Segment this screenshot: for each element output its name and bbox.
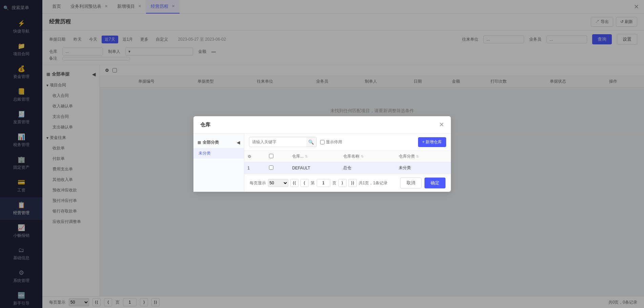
gear-icon[interactable]: ⚙	[248, 154, 251, 159]
page-label: 第	[311, 180, 315, 186]
show-disabled-label[interactable]: 显示停用	[320, 139, 342, 145]
modal-action-buttons: 取消 确定	[400, 178, 445, 188]
modal-table-container: ⚙ 仓库... ⇅ 仓库名称 ⇅	[244, 151, 451, 174]
row-num: 1	[244, 162, 266, 174]
grid-icon-modal: ⊞	[198, 140, 201, 145]
col-category: 仓库分类 ⇅	[395, 151, 451, 162]
per-page-label: 每页显示	[250, 180, 266, 186]
col-checkbox	[266, 151, 289, 162]
modal-table-header: ⚙ 仓库... ⇅ 仓库名称 ⇅	[244, 151, 451, 162]
cancel-button[interactable]: 取消	[400, 178, 422, 188]
row-code: DEFAULT	[289, 162, 340, 174]
confirm-button[interactable]: 确定	[424, 178, 445, 188]
select-all-modal[interactable]	[269, 154, 273, 158]
modal-all-category[interactable]: ⊞ 全部分类 ◀	[193, 137, 244, 148]
modal-body: ⊞ 全部分类 ◀ 未分类 🔍 显示停用	[193, 134, 451, 192]
total-records: 共1页，1条记录	[359, 180, 388, 186]
prev-page-btn[interactable]: ⟨	[300, 179, 309, 187]
modal-unclassified-item[interactable]: 未分类	[193, 148, 244, 159]
modal-search-input[interactable]	[249, 140, 306, 144]
collapse-modal-icon: ◀	[237, 140, 240, 145]
row-category: 未分类	[395, 162, 451, 174]
modal-overlay[interactable]: 仓库 ✕ ⊞ 全部分类 ◀ 未分类 🔍	[0, 0, 644, 308]
modal-search-button[interactable]: 🔍	[306, 137, 316, 147]
modal-title: 仓库	[200, 122, 210, 128]
add-warehouse-btn[interactable]: + 新增仓库	[418, 137, 446, 147]
modal-close-btn[interactable]: ✕	[439, 121, 444, 128]
sort-icon-category: ⇅	[416, 155, 419, 158]
modal-footer: 每页显示 50 ⟨⟨ ⟨ 第 页 ⟩ ⟩⟩ 共1页，1条记录	[244, 174, 451, 192]
modal-table: ⚙ 仓库... ⇅ 仓库名称 ⇅	[244, 151, 451, 174]
sort-icon-code: ⇅	[305, 155, 308, 158]
page-end-label: 页	[332, 180, 336, 186]
modal-pagination: 每页显示 50 ⟨⟨ ⟨ 第 页 ⟩ ⟩⟩ 共1页，1条记录	[250, 179, 388, 187]
modal-left-nav: ⊞ 全部分类 ◀ 未分类	[193, 134, 244, 192]
modal-right: 🔍 显示停用 + 新增仓库 ⚙	[244, 134, 451, 192]
page-number-input[interactable]	[317, 179, 330, 187]
row-checkbox[interactable]	[266, 162, 289, 174]
modal-table-row[interactable]: 1 DEFAULT 总仓 未分类	[244, 162, 451, 174]
modal-search-box: 🔍	[249, 137, 317, 147]
row-name: 总仓	[340, 162, 395, 174]
col-name: 仓库名称 ⇅	[340, 151, 395, 162]
col-settings: ⚙	[244, 151, 266, 162]
modal-header: 仓库 ✕	[193, 116, 451, 134]
per-page-select[interactable]: 50	[268, 179, 288, 187]
sort-icon-name: ⇅	[361, 155, 363, 158]
show-disabled-checkbox[interactable]	[320, 140, 325, 144]
warehouse-modal: 仓库 ✕ ⊞ 全部分类 ◀ 未分类 🔍	[193, 116, 451, 192]
col-code: 仓库... ⇅	[289, 151, 340, 162]
first-page-btn[interactable]: ⟨⟨	[290, 179, 298, 187]
modal-toolbar: 🔍 显示停用 + 新增仓库	[244, 134, 451, 151]
next-page-btn[interactable]: ⟩	[338, 179, 347, 187]
last-page-btn[interactable]: ⟩⟩	[349, 179, 357, 187]
